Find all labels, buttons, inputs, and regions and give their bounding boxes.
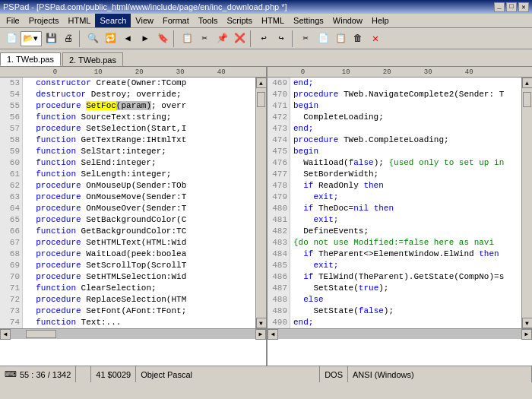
menu-help[interactable]: Help bbox=[367, 14, 394, 27]
scroll-right-arrow[interactable]: ▶ bbox=[255, 329, 266, 340]
right-code-container: 0 10 20 30 40 46947047147247347447547647… bbox=[268, 67, 532, 328]
close-doc-button[interactable]: ✕ bbox=[367, 30, 384, 47]
right-code-line-490: end; bbox=[293, 317, 521, 328]
tab-1[interactable]: 1. TWeb.pas bbox=[0, 52, 61, 66]
right-scroll-right[interactable]: ▶ bbox=[521, 329, 532, 340]
right-line-numbers: 4694704714724734744754764774784794804814… bbox=[268, 78, 290, 328]
right-scroll-up[interactable]: ▲ bbox=[522, 78, 533, 88]
close-button[interactable]: ✕ bbox=[518, 2, 529, 12]
menu-window[interactable]: Window bbox=[328, 14, 367, 27]
left-code-line-66: function GetBackgroundColor:TC bbox=[26, 226, 255, 237]
menu-tools[interactable]: Tools bbox=[194, 14, 223, 27]
right-hscrollbar[interactable]: ◀ ▶ bbox=[268, 328, 532, 339]
menu-settings[interactable]: Settings bbox=[289, 14, 328, 27]
right-vscrollbar[interactable]: ▲ ▼ bbox=[521, 78, 532, 328]
right-line-num-478: 478 bbox=[268, 180, 287, 192]
left-code-line-65: procedure SetBackgroundColor(C bbox=[26, 214, 255, 226]
scroll-up-arrow[interactable]: ▲ bbox=[256, 78, 267, 88]
line-num-57: 57 bbox=[0, 123, 20, 135]
save-button[interactable]: 💾 bbox=[43, 30, 59, 47]
line-num-70: 70 bbox=[0, 271, 20, 283]
left-code-line-56: function SourceText:string; bbox=[26, 112, 255, 123]
left-code-line-64: procedure OnMouseOver(Sender:T bbox=[26, 203, 255, 214]
scroll-track[interactable] bbox=[256, 88, 266, 318]
h-scroll-track[interactable] bbox=[11, 329, 255, 339]
line-num-56: 56 bbox=[0, 112, 20, 123]
right-scroll-down[interactable]: ▼ bbox=[522, 318, 533, 328]
paste-button[interactable]: 📌 bbox=[214, 30, 230, 47]
menu-scripts[interactable]: Scripts bbox=[222, 14, 257, 27]
right-code-line-470: procedure TWeb.NavigateComplete2(Sender:… bbox=[293, 89, 521, 100]
line-num-74: 74 bbox=[0, 317, 20, 328]
bookmark-button[interactable]: 🔖 bbox=[154, 30, 171, 47]
right-code-line-487: SetState(true); bbox=[293, 283, 521, 294]
line-num-58: 58 bbox=[0, 135, 20, 146]
cut2-button[interactable]: ✂ bbox=[297, 30, 314, 47]
minimize-button[interactable]: _ bbox=[494, 2, 505, 12]
right-h-track[interactable] bbox=[278, 329, 521, 339]
right-line-num-469: 469 bbox=[268, 78, 287, 89]
delete-button[interactable]: ❌ bbox=[231, 30, 248, 47]
right-line-num-484: 484 bbox=[268, 249, 287, 260]
menu-search[interactable]: Search bbox=[95, 14, 131, 27]
copy2-button[interactable]: 📄 bbox=[315, 30, 331, 47]
restore-button[interactable]: □ bbox=[506, 2, 517, 12]
left-vscrollbar[interactable]: ▲ ▼ bbox=[255, 78, 266, 328]
right-scroll-left[interactable]: ◀ bbox=[268, 329, 278, 340]
menu-view[interactable]: View bbox=[131, 14, 158, 27]
scroll-down-arrow[interactable]: ▼ bbox=[256, 318, 267, 328]
status-encoding: ANSI (Windows) bbox=[348, 366, 532, 382]
new-button[interactable]: 📄 bbox=[3, 30, 20, 47]
right-line-num-471: 471 bbox=[268, 100, 287, 112]
menu-file[interactable]: File bbox=[2, 14, 24, 27]
copy-button[interactable]: 📋 bbox=[179, 30, 195, 47]
undo-button[interactable]: ↩ bbox=[255, 30, 272, 47]
right-code-line-480: if TheDoc=nil then bbox=[293, 203, 521, 214]
redo-button[interactable]: ↪ bbox=[273, 30, 290, 47]
right-scroll-track[interactable] bbox=[522, 88, 532, 318]
left-code-container: 0 10 20 30 40 53545556575859606162636465… bbox=[0, 67, 266, 328]
left-hscrollbar[interactable]: ◀ ▶ bbox=[0, 328, 266, 339]
left-line-numbers: 5354555657585960616263646566676869707172… bbox=[0, 78, 23, 328]
right-line-num-480: 480 bbox=[268, 203, 287, 214]
del2-button[interactable]: 🗑 bbox=[350, 30, 366, 47]
open-dropdown[interactable]: 📂▾ bbox=[21, 31, 42, 46]
cursor-icon: ⌨ bbox=[5, 369, 17, 379]
menu-projects[interactable]: Projects bbox=[24, 14, 64, 27]
scroll-thumb[interactable] bbox=[257, 92, 265, 107]
print-button[interactable]: 🖨 bbox=[60, 30, 77, 47]
right-code-lines[interactable]: end;procedure TWeb.NavigateComplete2(Sen… bbox=[290, 78, 521, 328]
left-code-line-73: procedure SetFont(AFont:TFont; bbox=[26, 306, 255, 317]
left-code-lines[interactable]: constructor Create(Owner:TComp destructo… bbox=[23, 78, 255, 328]
right-line-num-485: 485 bbox=[268, 260, 287, 271]
menu-html2[interactable]: HTML bbox=[257, 14, 289, 27]
menu-format[interactable]: Format bbox=[158, 14, 194, 27]
next-button[interactable]: ▶ bbox=[137, 30, 154, 47]
status-caps bbox=[76, 366, 91, 382]
title-buttons[interactable]: _ □ ✕ bbox=[494, 2, 529, 12]
left-code-line-58: function GetTextRange:IHtmlTxt bbox=[26, 135, 255, 146]
right-code-line-483: {do not use Modified:=false here as navi bbox=[293, 237, 521, 249]
paste2-button[interactable]: 📋 bbox=[332, 30, 349, 47]
line-num-64: 64 bbox=[0, 203, 20, 214]
right-code-line-476: Waitload(false); {used only to set up in bbox=[293, 157, 521, 169]
replace-button[interactable]: 🔁 bbox=[102, 30, 119, 47]
left-code-line-53: constructor Create(Owner:TComp bbox=[26, 78, 255, 89]
left-code-line-57: procedure SetSelection(Start,I bbox=[26, 123, 255, 135]
right-scroll-thumb[interactable] bbox=[523, 92, 531, 107]
cut-button[interactable]: ✂ bbox=[196, 30, 213, 47]
tab-2[interactable]: 2. TWeb.pas bbox=[62, 52, 123, 66]
left-code-line-60: function SelEnd:integer; bbox=[26, 157, 255, 169]
status-col: 41 $0029 bbox=[91, 366, 136, 382]
right-line-num-479: 479 bbox=[268, 192, 287, 203]
left-code-line-63: procedure OnMouseMove(Sender:T bbox=[26, 192, 255, 203]
menu-html[interactable]: HTML bbox=[63, 14, 95, 27]
status-language: Object Pascal bbox=[136, 366, 320, 382]
left-code-line-71: function ClearSelection; bbox=[26, 283, 255, 294]
scroll-left-arrow[interactable]: ◀ bbox=[0, 329, 11, 340]
search-button[interactable]: 🔍 bbox=[84, 30, 101, 47]
right-code-line-485: exit; bbox=[293, 260, 521, 271]
h-scroll-thumb[interactable] bbox=[26, 330, 56, 338]
line-num-71: 71 bbox=[0, 283, 20, 294]
prev-button[interactable]: ◀ bbox=[119, 30, 136, 47]
